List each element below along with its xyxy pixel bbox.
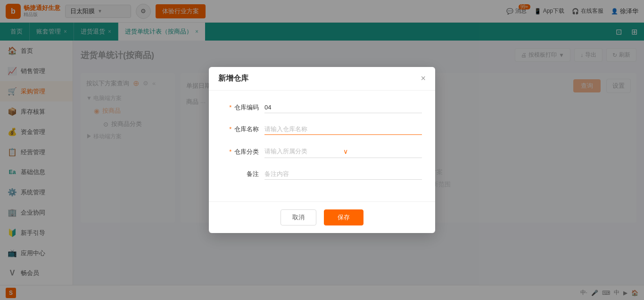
modal-body: * 仓库编码 * 仓库名称 * 仓库分类 请输入所属 — [209, 91, 435, 201]
modal-close-button[interactable]: × — [421, 74, 426, 83]
name-input[interactable] — [264, 124, 422, 135]
required-star-category: * — [229, 148, 231, 155]
save-button[interactable]: 保存 — [324, 209, 363, 225]
form-row-code: * 仓库编码 — [222, 102, 422, 113]
modal-title: 新增仓库 — [218, 74, 248, 83]
category-placeholder: 请输入所属分类 — [264, 147, 343, 156]
category-select[interactable]: 请输入所属分类 ∨ — [264, 145, 422, 158]
required-star-name: * — [229, 125, 231, 133]
form-row-name: * 仓库名称 — [222, 124, 422, 135]
modal-overlay[interactable]: 新增仓库 × * 仓库编码 * 仓库名称 — [0, 0, 644, 300]
form-row-category: * 仓库分类 请输入所属分类 ∨ — [222, 145, 422, 158]
modal-add-warehouse: 新增仓库 × * 仓库编码 * 仓库名称 — [209, 67, 435, 233]
required-star-code: * — [229, 104, 231, 111]
category-arrow-icon: ∨ — [343, 148, 422, 155]
remark-label: 备注 — [222, 170, 264, 178]
code-label: * 仓库编码 — [222, 103, 264, 112]
remark-input[interactable] — [264, 168, 422, 180]
modal-header: 新增仓库 × — [209, 67, 435, 91]
name-label: * 仓库名称 — [222, 125, 264, 133]
cancel-button[interactable]: 取消 — [281, 209, 316, 225]
category-label: * 仓库分类 — [222, 148, 264, 156]
form-row-remark: 备注 — [222, 168, 422, 180]
modal-footer: 取消 保存 — [209, 201, 435, 233]
code-input[interactable] — [264, 102, 422, 113]
